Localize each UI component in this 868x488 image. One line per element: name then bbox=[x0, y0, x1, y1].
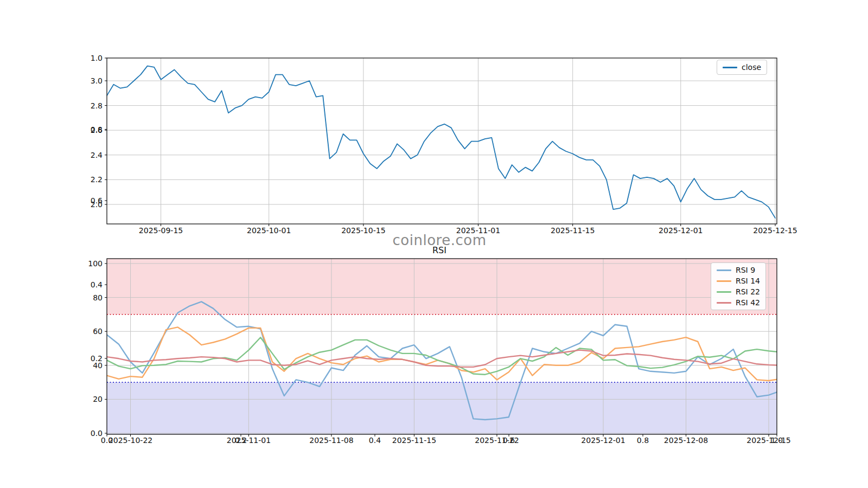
y-tick-label: 2.8 bbox=[91, 101, 103, 110]
x-tick-label: 2025-10-15 bbox=[341, 226, 385, 235]
x-tick-label-secondary: 0.4 bbox=[369, 436, 381, 445]
y-tick-label: 2.4 bbox=[91, 151, 103, 159]
y-tick-label: 3.0 bbox=[91, 76, 103, 85]
price-rsi-chart: 2025-09-152025-10-012025-10-152025-11-01… bbox=[0, 0, 868, 488]
y-tick-label: 80 bbox=[93, 293, 103, 302]
x-tick-label: 2025-12-01 bbox=[659, 226, 703, 235]
y-tick-label-secondary: 1.0 bbox=[91, 54, 103, 62]
x-tick-label: 2025-11-01 bbox=[456, 226, 500, 235]
x-tick-label-secondary: 0.0 bbox=[101, 436, 113, 445]
y-tick-label-secondary: 0.6 bbox=[91, 196, 103, 205]
x-tick-label: 2025-10-01 bbox=[247, 226, 291, 235]
x-tick-label-secondary: 0.2 bbox=[235, 436, 247, 445]
y-tick-label-secondary: 0.2 bbox=[91, 354, 103, 363]
x-tick-label: 2025-12-15 bbox=[746, 436, 790, 445]
overbought-band bbox=[107, 259, 777, 314]
x-tick-label: 2025-12-01 bbox=[581, 436, 625, 445]
x-tick-label-secondary: 0.6 bbox=[503, 436, 515, 445]
oversold-band bbox=[107, 382, 777, 434]
x-tick-label-secondary: 0.8 bbox=[637, 436, 649, 445]
x-tick-label-secondary: 1.0 bbox=[771, 436, 783, 445]
y-tick-label: 100 bbox=[88, 259, 103, 268]
page: { "watermark": "coinlore.com", "subtitle… bbox=[0, 0, 868, 488]
y-tick-label: 2.2 bbox=[91, 175, 103, 184]
y-tick-label-secondary: 0.8 bbox=[91, 125, 103, 134]
x-tick-label: 2025-11-15 bbox=[551, 226, 595, 235]
y-tick-label: 60 bbox=[93, 327, 103, 336]
x-tick-label: 2025-09-15 bbox=[139, 226, 183, 235]
x-tick-label: 2025-10-22 bbox=[108, 436, 152, 445]
y-tick-label-secondary: 0.4 bbox=[91, 280, 103, 289]
x-tick-label: 2025-12-08 bbox=[664, 436, 708, 445]
x-tick-label: 2025-11-15 bbox=[392, 436, 436, 445]
y-tick-label: 0.0 bbox=[91, 429, 103, 438]
x-tick-label: 2025-11-08 bbox=[309, 436, 353, 445]
y-tick-label: 20 bbox=[93, 395, 103, 403]
x-tick-label: 2025-12-15 bbox=[753, 226, 797, 235]
x-tick-label: 2025-11-01 bbox=[227, 436, 271, 445]
